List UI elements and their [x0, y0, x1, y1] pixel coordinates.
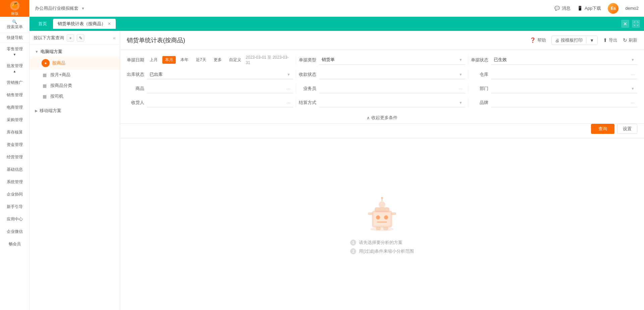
tab-sales-stats[interactable]: 销货单统计表（按商品） ✕	[53, 19, 116, 29]
warehouse-status-select[interactable]: 已出库 ▼	[147, 70, 293, 79]
payment-status-label: 收款状态	[299, 71, 316, 78]
filter-action-area: 单据日期 上月 本月 本年 近7天 更多 自定义 2023-03-01 至 20…	[120, 50, 644, 138]
refresh-button[interactable]: ↻ 刷新	[623, 37, 637, 43]
brand-input[interactable]: ···	[491, 98, 637, 107]
export-button[interactable]: ⬆ 导出	[603, 37, 618, 43]
print-btn-group: 🖨 按模板打印 ▼	[551, 36, 598, 45]
sidebar-item-system-mgmt[interactable]: 系统管理	[0, 176, 29, 188]
content-area: 按以下方案查询 + ✎ « ▼ 电脑端方案 ● 按商品	[30, 31, 644, 310]
scheme-by-product-category[interactable]: ▦ 按商品分类	[30, 80, 120, 91]
query-button[interactable]: 查询	[591, 124, 614, 134]
filter-row-4: 收货人 ··· 结算方式 ▼	[127, 98, 637, 107]
right-panel: 销货单统计表(按商品) ❓ 帮助 🖨 按模板打印 ▼	[120, 31, 644, 310]
sidebar-item-sales-mgmt[interactable]: 销售管理	[0, 89, 29, 101]
maximize-window-button[interactable]: ⛶	[632, 20, 640, 28]
separator	[468, 55, 468, 65]
template-selector[interactable]: 办公用品行业模拟账套 ▼	[35, 5, 85, 11]
scheme-by-cashier[interactable]: ▦ 按司机	[30, 91, 120, 102]
date-tab-more[interactable]: 更多	[211, 56, 224, 64]
mobile-scheme-header[interactable]: ▶ 移动端方案	[30, 106, 120, 116]
svg-point-0	[370, 227, 394, 231]
main-area: 办公用品行业模拟账套 ▼ 💬 消息 📱 App下载 Ea demo2 首页 销货…	[30, 0, 644, 310]
message-button[interactable]: 💬 消息	[554, 5, 571, 11]
sidebar-item-enterprise-wechat[interactable]: 企业微信	[0, 225, 29, 238]
brand-picker-icon: ···	[631, 100, 635, 105]
pc-scheme-section: ▼ 电脑端方案 ● 按商品 ▦ 按月+商品 ▦ 按商品分类	[30, 45, 120, 104]
edit-scheme-button[interactable]: ✎	[77, 34, 84, 42]
print-dropdown-button[interactable]: ▼	[586, 37, 597, 44]
scheme-icon: ▦	[42, 72, 48, 78]
add-scheme-button[interactable]: +	[67, 34, 74, 42]
doc-type-select[interactable]: 销货单 ▼	[319, 55, 465, 65]
settlement-select[interactable]: ▼	[319, 98, 465, 107]
salesperson-input[interactable]: ···	[319, 84, 465, 93]
sidebar-item-wholesale-mgmt[interactable]: 批发管理 ▲	[0, 60, 29, 76]
sidebar-item-inventory-check[interactable]: 库存核算	[0, 126, 29, 139]
collapse-panel-button[interactable]: «	[113, 35, 116, 41]
pc-scheme-header[interactable]: ▼ 电脑端方案	[30, 47, 120, 57]
scheme-by-product[interactable]: ● 按商品	[30, 57, 120, 69]
date-tab-last-month[interactable]: 上月	[147, 56, 160, 64]
scheme-by-month-product[interactable]: ▦ 按月+商品	[30, 69, 120, 80]
page-actions: ❓ 帮助 🖨 按模板打印 ▼ ⬆ 导出	[530, 36, 637, 50]
sidebar-item-beginner-guide[interactable]: 新手引导	[0, 201, 29, 213]
help-button[interactable]: ❓ 帮助	[530, 37, 546, 43]
sidebar-item-quick-nav[interactable]: 快捷导航	[0, 33, 29, 43]
collapse-filters-button[interactable]: ∧ 收起更多条件	[120, 112, 644, 124]
sidebar-item-app-center[interactable]: 应用中心	[0, 213, 29, 225]
sidebar-item-marketing[interactable]: 营销推广	[0, 76, 29, 89]
close-window-button[interactable]: ✕	[621, 20, 629, 28]
empty-state-illustration	[362, 194, 402, 234]
sidebar-item-finance-mgmt[interactable]: 资金管理	[0, 139, 29, 151]
tab-window-controls: ✕ ⛶	[621, 20, 640, 28]
sidebar-item-vip[interactable]: 畅会员	[0, 238, 29, 250]
collapsed-icon: ▶	[35, 109, 38, 113]
date-label: 单据日期	[127, 57, 144, 63]
payment-status-field: 收款状态 ▼	[299, 70, 465, 79]
tip-number-1: 1	[350, 240, 356, 246]
warehouse-label: 仓库	[471, 71, 488, 78]
settlement-field: 结算方式 ▼	[299, 98, 465, 107]
sidebar-item-enterprise-collab[interactable]: 企业协同	[0, 188, 29, 201]
logo-icon: 🍊	[10, 1, 19, 10]
receiver-input[interactable]: ···	[147, 98, 293, 107]
salesperson-field: 业务员 ···	[299, 84, 465, 93]
department-select[interactable]: ▼	[491, 84, 637, 93]
empty-tip-1: 1 请先选择要分析的方案	[350, 240, 414, 246]
date-tab-last-7[interactable]: 近7天	[193, 56, 209, 64]
date-tab-this-month[interactable]: 本月	[162, 56, 176, 64]
receiver-field: 收货人 ···	[127, 98, 293, 107]
empty-tip-2: 2 用[过滤]条件来缩小分析范围	[350, 248, 414, 254]
date-tab-custom[interactable]: 自定义	[226, 56, 244, 64]
separator	[296, 98, 296, 107]
warehouse-input[interactable]: ···	[491, 70, 637, 79]
payment-status-select[interactable]: ▼	[319, 70, 465, 79]
close-tab-icon[interactable]: ✕	[108, 21, 111, 26]
tab-home[interactable]: 首页	[34, 19, 52, 29]
brand-label: 品牌	[471, 100, 488, 106]
add-icon: +	[69, 36, 72, 41]
sidebar-item-ecommerce-mgmt[interactable]: 电商管理	[0, 101, 29, 114]
warehouse-field: 仓库 ···	[471, 70, 637, 79]
sidebar-item-basic-info[interactable]: 基础信息	[0, 163, 29, 176]
product-input[interactable]: ···	[147, 84, 293, 93]
doc-status-field: 单据状态 已生效 ▼	[471, 55, 637, 65]
sidebar-item-retail-mgmt[interactable]: 零售管理 ▼	[0, 43, 29, 60]
date-tab-this-year[interactable]: 本年	[178, 56, 191, 64]
doc-status-select[interactable]: 已生效 ▼	[491, 55, 637, 65]
sidebar-item-business-mgmt[interactable]: 经营管理	[0, 151, 29, 163]
department-field: 部门 ▼	[471, 84, 637, 93]
sidebar-item-purchase-mgmt[interactable]: 采购管理	[0, 114, 29, 126]
settings-button[interactable]: 设置	[617, 124, 637, 134]
filter-row-2: 出库状态 已出库 ▼ 收款状态 ▼	[127, 70, 637, 79]
doc-status-dropdown-icon: ▼	[631, 58, 635, 62]
print-button[interactable]: 🖨 按模板打印	[552, 36, 586, 45]
scheme-icon: ▦	[42, 93, 48, 99]
svg-rect-12	[376, 227, 381, 230]
help-icon: ❓	[530, 37, 536, 43]
app-logo[interactable]: 🍊 标版	[0, 0, 29, 17]
avatar[interactable]: Ea	[608, 3, 619, 14]
sidebar-item-search-menu[interactable]: 🔍 搜索菜单	[0, 17, 29, 33]
export-icon: ⬆	[603, 37, 607, 43]
app-download-button[interactable]: 📱 App下载	[577, 5, 601, 11]
